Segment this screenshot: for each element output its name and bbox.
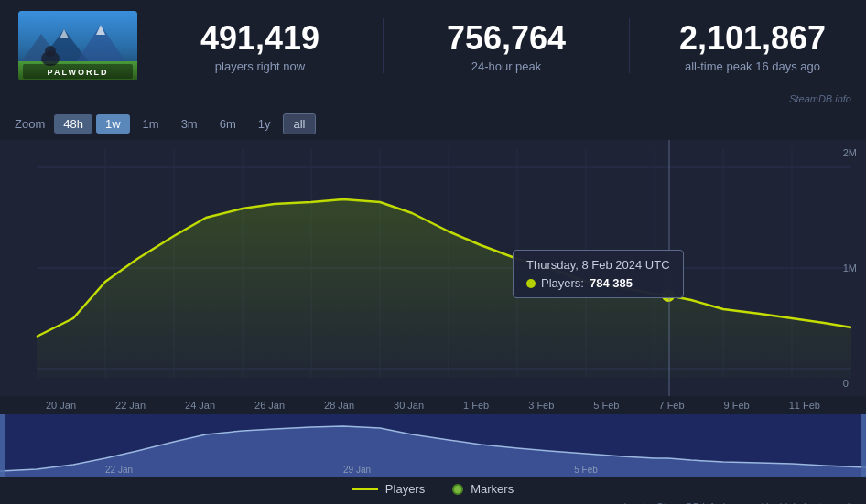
x-label-11feb: 11 Feb [789,400,820,411]
header-section: PALWORLD 491,419 players right now 756,7… [0,0,866,91]
x-label-26jan: 26 Jan [254,400,285,411]
mini-chart[interactable]: 22 Jan 29 Jan 5 Feb [0,414,866,477]
zoom-48h-button[interactable]: 48h [54,114,92,134]
svg-rect-31 [861,414,866,477]
zoom-3m-button[interactable]: 3m [172,114,207,134]
divider-2 [629,18,630,73]
players-line-icon [352,488,378,490]
x-label-28jan: 28 Jan [324,400,354,411]
zoom-1w-button[interactable]: 1w [96,114,130,134]
steamdb-credit-header: SteamDB.info [0,91,866,108]
alltime-peak-block: 2,101,867 all-time peak 16 days ago [657,19,848,73]
zoom-6m-button[interactable]: 6m [211,114,245,134]
alltime-peak-value: 2,101,867 [679,19,826,58]
current-players-label: players right now [215,59,305,73]
highlight-bar [668,140,670,396]
zoom-all-button[interactable]: all [283,113,315,134]
chart-svg [0,140,866,396]
main-chart: 2M 1M 0 [0,140,866,396]
players-label: Players [385,482,425,496]
svg-text:5 Feb: 5 Feb [574,465,598,475]
footer-credit: data by SteamDB.info (powered by highcha… [0,499,866,504]
game-image: PALWORLD [18,11,137,80]
legend-markers: Markers [452,482,514,496]
x-label-9feb: 9 Feb [724,400,750,411]
peak-24h-value: 756,764 [447,19,566,58]
zoom-1m-button[interactable]: 1m [134,114,168,134]
zoom-1y-button[interactable]: 1y [249,114,280,134]
x-label-3feb: 3 Feb [528,400,554,411]
current-players-value: 491,419 [200,19,319,58]
zoom-label: Zoom [15,117,45,131]
peak-24h-block: 756,764 24-hour peak [411,19,601,73]
divider-1 [383,18,384,73]
y-label-1m: 1M [843,263,857,273]
x-label-7feb: 7 Feb [658,400,684,411]
current-players-block: 491,419 players right now [165,19,355,73]
svg-point-8 [45,46,56,57]
x-label-1feb: 1 Feb [463,400,489,411]
x-axis: 20 Jan 22 Jan 24 Jan 26 Jan 28 Jan 30 Ja… [0,396,866,414]
y-label-2m: 2M [843,147,857,158]
x-label-22jan: 22 Jan [115,400,146,411]
svg-rect-30 [0,414,5,477]
alltime-peak-label: all-time peak 16 days ago [685,59,820,73]
markers-label: Markers [471,482,514,496]
svg-text:29 Jan: 29 Jan [343,465,371,475]
legend: Players Markers [0,477,866,499]
x-label-24jan: 24 Jan [185,400,215,411]
mini-chart-svg: 22 Jan 29 Jan 5 Feb [0,414,866,477]
x-label-20jan: 20 Jan [46,400,76,411]
svg-text:22 Jan: 22 Jan [105,465,133,475]
y-label-0: 0 [843,378,857,389]
svg-text:PALWORLD: PALWORLD [48,68,109,77]
y-axis-labels: 2M 1M 0 [843,140,857,396]
zoom-bar: Zoom 48h 1w 1m 3m 6m 1y all [0,108,866,140]
legend-players: Players [352,482,425,496]
x-label-30jan: 30 Jan [394,400,424,411]
peak-24h-label: 24-hour peak [471,59,542,73]
x-label-5feb: 5 Feb [593,400,619,411]
markers-dot-icon [452,484,463,495]
